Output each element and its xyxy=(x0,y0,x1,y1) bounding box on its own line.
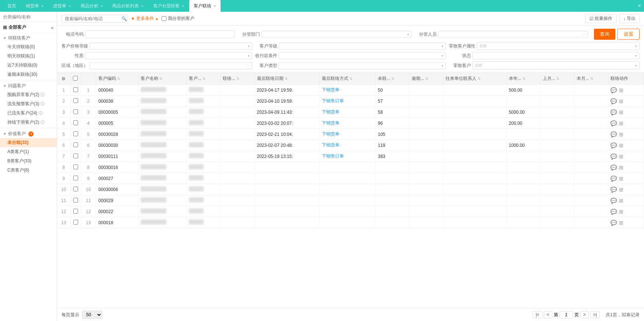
filter-staff-select[interactable]: ··· xyxy=(438,31,588,38)
filter-search-input[interactable] xyxy=(65,16,120,21)
filter-customer-type-select[interactable]: ▾ xyxy=(279,62,446,69)
row-last-contact-method-6[interactable]: 下销售订单 xyxy=(319,151,375,162)
last-page-btn[interactable]: >| xyxy=(590,311,600,318)
tab-sales-close[interactable]: × xyxy=(41,4,43,8)
action-chat-icon-0[interactable]: 💬 xyxy=(610,87,617,93)
tab-home[interactable]: 首页 xyxy=(3,0,21,12)
sidebar-item-overdue-pending[interactable]: 逾期未联络(30) xyxy=(0,70,57,79)
sidebar-item-declining[interactable]: 持续下滑客户(2) ⓘ xyxy=(0,118,57,127)
row-last-contact-method-1[interactable]: 下销售订单 xyxy=(319,96,375,107)
action-chat-icon-2[interactable]: 💬 xyxy=(610,109,617,115)
row-action-10[interactable]: 💬 ⊞ xyxy=(608,195,644,206)
action-grid-icon-7[interactable]: ⊞ xyxy=(619,165,623,170)
sidebar-search-box[interactable]: 🔍 xyxy=(0,12,57,22)
sidebar-all-customers[interactable]: ⊞ 全部客户 « xyxy=(0,22,57,33)
row-checkbox-0[interactable] xyxy=(70,85,81,96)
row-last-contact-method-2[interactable]: 下销货单 xyxy=(319,107,375,118)
query-button[interactable]: 查询 xyxy=(594,29,615,40)
col-last-month-header[interactable]: 上月...⇅ xyxy=(540,73,574,85)
col-company-contact-header[interactable]: 往来单位联系人⇅ xyxy=(443,73,506,85)
filter-search-icon[interactable]: 🔍 xyxy=(122,16,127,21)
action-grid-icon-12[interactable]: ⊞ xyxy=(619,220,623,226)
col-setting[interactable]: ⚙ xyxy=(57,73,70,85)
sidebar-item-class-b[interactable]: B类客户(33) xyxy=(0,156,57,166)
tab-sales[interactable]: 销货单 × xyxy=(21,0,48,12)
row-last-contact-method-5[interactable]: 下销货单 xyxy=(319,140,375,151)
tab-goods-analysis-list[interactable]: 商品分析列表 × xyxy=(108,0,148,12)
sidebar-item-churn-warning[interactable]: 流失预警客户(3) ⓘ xyxy=(0,99,57,109)
filter-retail-customer-select[interactable]: 全部 ▾ xyxy=(472,61,640,70)
filter-phone-input[interactable] xyxy=(85,30,235,38)
filter-my-customers[interactable]: 我分管的客户 xyxy=(162,15,194,22)
action-chat-icon-11[interactable]: 💬 xyxy=(610,209,617,215)
row-checkbox-7[interactable] xyxy=(70,162,81,173)
col-type-header[interactable]: 客户...⇅ xyxy=(187,73,221,85)
tab-purchase[interactable]: 进货单 × xyxy=(49,0,75,12)
action-grid-icon-8[interactable]: ⊞ xyxy=(619,176,623,181)
sidebar-problem-customers[interactable]: ▼ 问题客户 xyxy=(0,81,57,90)
row-checkbox-9[interactable] xyxy=(70,184,81,195)
row-last-contact-method-7[interactable] xyxy=(319,162,375,173)
action-chat-icon-9[interactable]: 💬 xyxy=(610,187,617,193)
sidebar-search-input[interactable] xyxy=(3,14,57,20)
action-grid-icon-9[interactable]: ⊞ xyxy=(619,187,623,193)
row-checkbox-11[interactable] xyxy=(70,206,81,217)
row-checkbox-6[interactable] xyxy=(70,151,81,162)
action-chat-icon-5[interactable]: 💬 xyxy=(610,142,617,148)
sidebar-pending-contact[interactable]: ▼ 待联络客户 xyxy=(0,33,57,42)
row-last-contact-method-11[interactable] xyxy=(319,206,375,217)
reset-button[interactable]: 设置 xyxy=(617,29,640,40)
row-action-3[interactable]: 💬 ⊞ xyxy=(608,118,644,129)
tab-goods-analysis[interactable]: 商品分析 × xyxy=(76,0,107,12)
filter-region-select[interactable]: ··· xyxy=(89,62,252,69)
action-grid-icon-1[interactable]: ⊞ xyxy=(619,98,623,104)
row-checkbox-10[interactable] xyxy=(70,195,81,206)
filter-nature-select[interactable]: ▾ xyxy=(85,52,252,59)
col-checkbox-header[interactable] xyxy=(70,73,81,85)
action-chat-icon-6[interactable]: 💬 xyxy=(610,154,617,159)
action-grid-icon-0[interactable]: ⊞ xyxy=(619,87,623,93)
col-last-contact-date-header[interactable]: 最后联络日期⇅ xyxy=(254,73,319,85)
filter-dept-select[interactable]: ▾ xyxy=(261,31,411,38)
page-input[interactable] xyxy=(560,311,573,318)
tab-customer-segment[interactable]: 客户分层经客 × xyxy=(149,0,189,12)
prev-page-btn[interactable]: < xyxy=(544,311,552,318)
col-this-year-header[interactable]: 本年...⇅ xyxy=(506,73,540,85)
sidebar-item-churned[interactable]: 已流失客户(24) ⓘ xyxy=(0,109,57,118)
tab-customer-contact[interactable]: 客户联络 × xyxy=(189,0,220,12)
export-button[interactable]: ↓ 导出 xyxy=(619,14,640,23)
sidebar-item-ungrouped[interactable]: 未分组(32) xyxy=(0,138,57,147)
row-action-8[interactable]: 💬 ⊞ xyxy=(608,173,644,184)
row-checkbox-12[interactable] xyxy=(70,217,81,228)
row-action-0[interactable]: 💬 ⊞ xyxy=(608,85,644,96)
sidebar-item-hoarding-abnormal[interactable]: 囤购异常客户(2) ⓘ xyxy=(0,90,57,99)
col-contact-header[interactable]: 联络...⇅ xyxy=(221,73,254,85)
action-chat-icon-3[interactable]: 💬 xyxy=(610,120,617,126)
tab-goods-analysis-close[interactable]: × xyxy=(101,4,103,8)
row-last-contact-method-12[interactable] xyxy=(319,217,375,228)
tab-customer-contact-close[interactable]: × xyxy=(214,4,216,8)
action-grid-icon-6[interactable]: ⊞ xyxy=(619,154,623,159)
filter-payment-select[interactable]: ▾ xyxy=(279,52,446,59)
select-all-checkbox[interactable] xyxy=(73,76,78,81)
filter-customer-level-select[interactable]: ▾ xyxy=(279,43,446,50)
row-action-2[interactable]: 💬 ⊞ xyxy=(608,107,644,118)
filter-price-level-select[interactable]: ▾ xyxy=(89,43,252,50)
sidebar-item-7days-pending[interactable]: 近7天待联络(0) xyxy=(0,61,57,70)
row-action-11[interactable]: 💬 ⊞ xyxy=(608,206,644,217)
row-action-5[interactable]: 💬 ⊞ xyxy=(608,140,644,151)
next-page-btn[interactable]: > xyxy=(580,311,589,318)
row-action-9[interactable]: 💬 ⊞ xyxy=(608,184,644,195)
filter-status-select[interactable]: ▾ xyxy=(472,52,640,59)
tab-purchase-close[interactable]: × xyxy=(68,4,71,8)
action-grid-icon-5[interactable]: ⊞ xyxy=(619,142,623,148)
col-this-month-header[interactable]: 本月...⇅ xyxy=(574,73,608,85)
filter-retail-attr-select[interactable]: 全部 ▾ xyxy=(477,42,640,50)
action-chat-icon-10[interactable]: 💬 xyxy=(610,198,617,204)
row-checkbox-4[interactable] xyxy=(70,129,81,140)
row-checkbox-2[interactable] xyxy=(70,107,81,118)
row-last-contact-method-9[interactable] xyxy=(319,184,375,195)
action-chat-icon-4[interactable]: 💬 xyxy=(610,131,617,137)
row-action-7[interactable]: 💬 ⊞ xyxy=(608,162,644,173)
col-no-contact-header[interactable]: 未联...⇅ xyxy=(376,73,409,85)
